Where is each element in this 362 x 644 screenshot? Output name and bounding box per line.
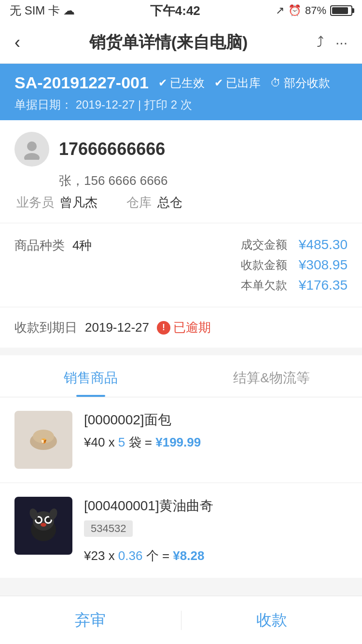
- tab-sales-products[interactable]: 销售商品: [0, 355, 181, 397]
- received-amount-value: ¥308.95: [299, 257, 348, 273]
- table-row: [000400001]黄油曲奇 534532 ¥23 x 0.36 个 = ¥8…: [0, 483, 362, 578]
- share-icon[interactable]: ⤴: [317, 34, 324, 51]
- customer-meta: 业务员 曾凡杰 仓库 总仓: [14, 194, 348, 211]
- owl-image: [14, 497, 72, 555]
- warehouse-label: 仓库: [126, 194, 152, 211]
- svg-point-11: [41, 523, 46, 527]
- payment-button[interactable]: 收款: [181, 600, 362, 641]
- product-price-2: ¥23: [84, 548, 105, 563]
- product-total-1: ¥199.99: [155, 435, 201, 449]
- product-info-2: [000400001]黄油曲奇 534532 ¥23 x 0.36 个 = ¥8…: [84, 497, 348, 564]
- due-date-section: 收款到期日 2019-12-27 ! 已逾期: [0, 308, 362, 348]
- warehouse-info: 仓库 总仓: [126, 194, 182, 211]
- product-price-row-2: ¥23 x 0.36 个 = ¥8.28: [84, 547, 348, 564]
- print-info: | 打印 2 次: [138, 98, 192, 111]
- status-partial-payment: ⏱ 部分收款: [270, 75, 330, 91]
- deal-amount-label: 成交金额: [241, 237, 287, 252]
- status-right: ↗ ⏰ 87%: [276, 4, 352, 17]
- product-quantity-1: 5: [118, 435, 125, 449]
- battery-percent: 87%: [305, 4, 326, 17]
- customer-name: 张，156 6666 6666: [14, 172, 348, 189]
- bread-icon: 🍞: [27, 423, 60, 457]
- received-amount-row: 收款金额 ¥308.95: [241, 257, 348, 273]
- stats-section: 商品种类 4种 成交金额 ¥485.30 收款金额 ¥308.95 本单欠款 ¥…: [0, 224, 362, 307]
- more-icon[interactable]: ···: [335, 34, 348, 51]
- status-left: 无 SIM 卡 ☁: [10, 3, 75, 18]
- product-price-row-1: ¥40 x 5 袋 = ¥199.99: [84, 434, 348, 451]
- product-total-2: ¥8.28: [173, 548, 204, 563]
- customer-phone: 17666666666: [59, 139, 165, 159]
- product-count-value: 4种: [72, 237, 92, 254]
- product-name-2: [000400001]黄油曲奇: [84, 497, 348, 515]
- sales-value: 曾凡杰: [60, 194, 97, 211]
- product-unit-2: 个: [146, 548, 159, 563]
- debt-amount-label: 本单欠款: [241, 278, 287, 293]
- order-header: SA-20191227-001 ✔ 已生效 ✔ 已出库 ⏱ 部分收款 单据日期：…: [0, 64, 362, 120]
- customer-section: 17666666666 张，156 6666 6666 业务员 曾凡杰 仓库 总…: [0, 120, 362, 223]
- status-label-1: 已生效: [170, 75, 205, 91]
- location-icon: ↗: [276, 4, 284, 17]
- tab-sales-products-label: 销售商品: [64, 370, 118, 385]
- bottom-bar: 弃审 收款: [0, 596, 362, 644]
- tab-settlement[interactable]: 结算&物流等: [181, 355, 362, 397]
- avatar-icon: [21, 139, 42, 160]
- product-price-1: ¥40: [84, 435, 105, 449]
- status-time: 下午4:42: [150, 2, 200, 19]
- alarm-icon: ⏰: [288, 4, 301, 17]
- sim-status: 无 SIM 卡 ☁: [10, 3, 75, 18]
- date-label: 单据日期：: [14, 98, 72, 111]
- product-unit-1: 袋: [129, 435, 141, 449]
- sales-label: 业务员: [16, 194, 54, 211]
- product-name-1: [0000002]面包: [84, 411, 348, 429]
- product-price-sep-2: x: [109, 548, 118, 563]
- product-eq-2: =: [162, 548, 173, 563]
- bread-image: 🍞: [14, 411, 72, 469]
- product-quantity-2: 0.36: [118, 548, 143, 563]
- avatar: [14, 132, 49, 167]
- status-effective: ✔ 已生效: [158, 75, 205, 91]
- sales-person: 业务员 曾凡杰: [16, 194, 97, 211]
- received-amount-label: 收款金额: [241, 257, 287, 273]
- order-id-row: SA-20191227-001 ✔ 已生效 ✔ 已出库 ⏱ 部分收款: [14, 73, 348, 92]
- status-bar: 无 SIM 卡 ☁ 下午4:42 ↗ ⏰ 87%: [0, 0, 362, 21]
- tab-settlement-label: 结算&物流等: [233, 370, 310, 385]
- debt-amount-value: ¥176.35: [299, 278, 348, 293]
- product-thumb-1: 🍞: [14, 411, 72, 469]
- product-batch-2: 534532: [84, 520, 133, 537]
- table-row: 🍞 [0000002]面包 ¥40 x 5 袋 = ¥199.99: [0, 397, 362, 482]
- tabs-section: 销售商品 结算&物流等: [0, 355, 362, 397]
- overdue-badge: ! 已逾期: [157, 319, 211, 336]
- nav-bar: ‹ 销货单详情(来自电脑) ⤴ ···: [0, 21, 362, 64]
- battery-icon: [330, 5, 352, 16]
- order-id: SA-20191227-001: [14, 73, 149, 92]
- product-list: 🍞 [0000002]面包 ¥40 x 5 袋 = ¥199.99: [0, 397, 362, 578]
- overdue-dot-icon: !: [157, 321, 170, 335]
- deal-amount-value: ¥485.30: [299, 237, 348, 252]
- product-price-sep-1: x: [109, 435, 118, 449]
- status-shipped: ✔ 已出库: [214, 75, 261, 91]
- overdue-text: 已逾期: [173, 319, 211, 336]
- due-date-value: 2019-12-27: [85, 320, 149, 335]
- product-thumb-2: [14, 497, 72, 555]
- date-value: 2019-12-27: [76, 98, 135, 111]
- svg-point-0: [27, 141, 37, 151]
- warehouse-value: 总仓: [157, 194, 182, 211]
- page-title: 销货单详情(来自电脑): [89, 31, 248, 54]
- order-date-row: 单据日期： 2019-12-27 | 打印 2 次: [14, 97, 348, 112]
- product-count: 商品种类 4种: [14, 237, 92, 254]
- deal-amount-row: 成交金额 ¥485.30: [241, 237, 348, 252]
- status-label-3: 部分收款: [284, 75, 330, 91]
- clock-icon: ⏱: [270, 77, 281, 89]
- customer-row: 17666666666: [14, 132, 348, 167]
- product-count-label: 商品种类: [14, 237, 65, 254]
- stats-right: 成交金额 ¥485.30 收款金额 ¥308.95 本单欠款 ¥176.35: [241, 237, 348, 293]
- back-button[interactable]: ‹: [14, 32, 20, 53]
- stats-left: 商品种类 4种: [14, 237, 92, 254]
- due-date-label: 收款到期日: [14, 319, 77, 336]
- nav-actions: ⤴ ···: [317, 34, 348, 51]
- product-eq-1: =: [145, 435, 155, 449]
- check-icon-2: ✔: [214, 77, 223, 89]
- product-info-1: [0000002]面包 ¥40 x 5 袋 = ¥199.99: [84, 411, 348, 451]
- svg-point-1: [24, 153, 40, 160]
- cancel-review-button[interactable]: 弃审: [0, 600, 181, 641]
